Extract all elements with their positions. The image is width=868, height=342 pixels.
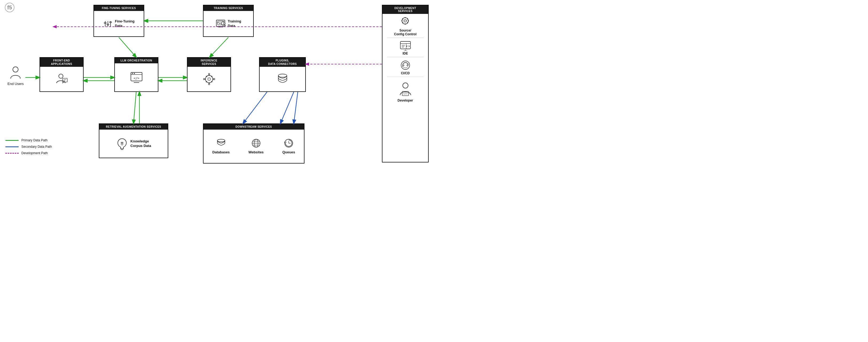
arrow-plugins-downstream-2 bbox=[280, 92, 294, 123]
training-label: Training Data bbox=[228, 19, 242, 28]
cicd-item: CI/CD bbox=[400, 58, 411, 76]
database-stack-icon bbox=[276, 72, 289, 86]
svg-point-0 bbox=[13, 67, 18, 72]
training-header: TRAINING SERVICES bbox=[204, 5, 253, 11]
legend-development: Development Path bbox=[5, 151, 52, 155]
llm-box: LLM ORCHESTRATION </> bbox=[114, 57, 158, 92]
retrieval-header: RETRIEVAL AUGMENTATION SERVICES bbox=[99, 124, 168, 130]
arrow-llm-retrieval bbox=[133, 92, 136, 123]
downstream-box: DOWNSTREAM SERVICES Databases bbox=[203, 123, 305, 163]
inference-body bbox=[199, 67, 219, 91]
fine-tuning-header: FINE-TUNING SERVICES bbox=[94, 5, 144, 11]
svg-point-36 bbox=[213, 79, 215, 80]
ide-icon bbox=[400, 41, 411, 51]
plugins-box: PLUGINS, DATA CONNECTORS bbox=[259, 57, 306, 92]
person-icon bbox=[10, 66, 21, 80]
fine-tuning-box: FINE-TUNING SERVICES Fine-Tuning Data bbox=[93, 5, 144, 37]
code-window-icon: </> bbox=[130, 71, 143, 84]
retrieval-body: Knowledge Corpus Data bbox=[113, 130, 154, 158]
development-box: DEVELOPMENT SERVICES </> Source/ Config … bbox=[382, 5, 429, 162]
developer-icon: </> bbox=[398, 82, 413, 98]
legend-primary: Primary Data Path bbox=[5, 138, 52, 142]
frontend-header: FRONT-END APPLICATIONS bbox=[40, 58, 83, 67]
svg-point-35 bbox=[203, 79, 205, 80]
ide-item: IDE bbox=[400, 38, 411, 56]
inference-header: INFERENCE SERVICES bbox=[187, 58, 230, 67]
downstream-body: Databases Websites bbox=[204, 130, 304, 163]
end-users-label: End Users bbox=[7, 82, 24, 86]
retrieval-label: Knowledge Corpus Data bbox=[130, 139, 151, 148]
f5-logo: f5 bbox=[5, 3, 14, 12]
svg-point-13 bbox=[59, 74, 63, 78]
legend: Primary Data Path Secondary Data Path De… bbox=[5, 138, 52, 155]
legend-primary-label: Primary Data Path bbox=[21, 138, 48, 142]
database-icon bbox=[216, 138, 226, 149]
svg-rect-14 bbox=[62, 78, 67, 82]
svg-text:</>: </> bbox=[404, 20, 407, 22]
downstream-header: DOWNSTREAM SERVICES bbox=[204, 124, 304, 130]
svg-line-12 bbox=[224, 25, 225, 26]
plugins-header: PLUGINS, DATA CONNECTORS bbox=[259, 58, 305, 67]
frontend-body bbox=[52, 67, 71, 91]
websites-item: Websites bbox=[248, 138, 264, 155]
queues-label: Queues bbox=[282, 150, 295, 155]
diagram: f5 End Users FINE-TUNING SERVICES Fine-T… bbox=[0, 0, 434, 171]
lightbulb-icon bbox=[116, 137, 128, 150]
chat-user-icon bbox=[55, 72, 68, 86]
fine-tuning-body: Fine-Tuning Data bbox=[100, 11, 137, 36]
source-config-label: Source/ Config Control bbox=[394, 29, 416, 36]
cicd-label: CI/CD bbox=[401, 71, 410, 75]
svg-text:</>: </> bbox=[403, 92, 408, 95]
gear-network-icon bbox=[202, 72, 216, 86]
fine-tuning-label: Fine-Tuning Data bbox=[115, 19, 134, 28]
primary-line-sample bbox=[5, 140, 19, 141]
inference-box: INFERENCE SERVICES bbox=[187, 57, 231, 92]
legend-secondary: Secondary Data Path bbox=[5, 145, 52, 149]
dev-divider-2 bbox=[387, 57, 424, 57]
sliders-icon bbox=[103, 19, 113, 29]
legend-secondary-label: Secondary Data Path bbox=[21, 145, 52, 149]
svg-text:</>: </> bbox=[133, 76, 140, 80]
queue-icon bbox=[283, 138, 294, 149]
svg-point-34 bbox=[208, 84, 210, 85]
frontend-box: FRONT-END APPLICATIONS bbox=[39, 57, 84, 92]
llm-header: LLM ORCHESTRATION bbox=[115, 58, 158, 63]
training-box: TRAINING SERVICES Training Data bbox=[203, 5, 254, 37]
llm-body: </> bbox=[127, 63, 146, 91]
svg-point-20 bbox=[134, 73, 135, 74]
source-control-item: </> Source/ Config Control bbox=[394, 14, 416, 37]
websites-label: Websites bbox=[248, 150, 264, 155]
svg-point-77 bbox=[401, 61, 410, 69]
legend-dev-label: Development Path bbox=[21, 151, 48, 155]
secondary-line-sample bbox=[5, 147, 19, 147]
retrieval-box: RETRIEVAL AUGMENTATION SERVICES Knowledg… bbox=[99, 123, 168, 158]
queues-item: Queues bbox=[282, 138, 295, 155]
training-icon bbox=[216, 19, 226, 29]
globe-icon bbox=[251, 138, 261, 149]
svg-point-33 bbox=[208, 73, 210, 75]
arrow-plugins-downstream-3 bbox=[294, 92, 298, 123]
svg-point-24 bbox=[208, 78, 211, 81]
databases-label: Databases bbox=[212, 150, 230, 155]
development-header: DEVELOPMENT SERVICES bbox=[382, 5, 428, 14]
developer-label: Developer bbox=[397, 99, 413, 102]
dev-line-sample bbox=[5, 153, 19, 154]
dev-divider-1 bbox=[387, 38, 424, 38]
plugins-body bbox=[273, 67, 292, 91]
gear-code-icon: </> bbox=[399, 16, 411, 28]
svg-point-47 bbox=[217, 139, 225, 142]
arrow-training-inference bbox=[210, 37, 228, 57]
cicd-icon bbox=[400, 60, 411, 70]
databases-item: Databases bbox=[212, 138, 230, 155]
training-body: Training Data bbox=[213, 11, 244, 36]
developer-item: </> Developer bbox=[397, 77, 413, 105]
svg-point-78 bbox=[403, 83, 408, 88]
end-users: End Users bbox=[7, 66, 24, 86]
arrow-plugins-downstream-1 bbox=[243, 92, 267, 123]
arrow-finetuning-llm bbox=[119, 37, 136, 57]
ide-label: IDE bbox=[402, 52, 408, 55]
svg-point-37 bbox=[278, 74, 287, 77]
svg-point-19 bbox=[132, 73, 133, 74]
